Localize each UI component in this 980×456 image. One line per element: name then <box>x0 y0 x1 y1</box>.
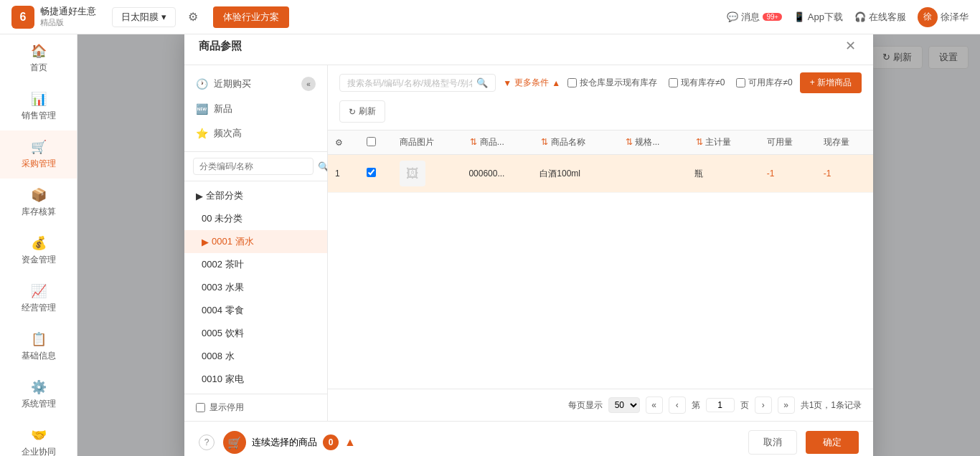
category-0010[interactable]: 0010 家电 <box>184 368 327 391</box>
category-0008[interactable]: 0008 水 <box>184 345 327 368</box>
row-stock: -1 <box>816 155 873 193</box>
cart-icon: 🛒 <box>223 431 246 454</box>
modal-backdrop: 商品参照 ✕ 🕐 近期购买 « <box>77 34 980 456</box>
col-available: 可用量 <box>760 130 816 155</box>
messages-nav-item[interactable]: 💬 消息 99+ <box>727 11 781 24</box>
store-selector[interactable]: 日太阳膜 ▾ <box>112 7 176 27</box>
logo-icon: 6 <box>11 6 34 29</box>
select-all-checkbox[interactable] <box>367 137 376 146</box>
collapse-arrow-icon[interactable]: ▲ <box>344 436 356 449</box>
total-info: 共1页，1条记录 <box>801 399 862 412</box>
stock-not-zero-checkbox[interactable] <box>669 78 678 87</box>
left-tab-new[interactable]: 🆕 新品 <box>184 97 327 121</box>
show-disabled-checkbox[interactable] <box>196 403 205 412</box>
sidebar-item-sales[interactable]: 📊 销售管理 <box>0 82 77 130</box>
message-icon: 💬 <box>727 11 738 22</box>
sidebar-item-purchase[interactable]: 🛒 采购管理 <box>0 130 77 179</box>
message-badge: 99+ <box>763 13 781 21</box>
page-input[interactable] <box>706 398 735 412</box>
sidebar-item-basic-info[interactable]: 📋 基础信息 <box>0 323 77 371</box>
col-image: 商品图片 <box>392 130 461 155</box>
modal-close-button[interactable]: ✕ <box>842 37 859 54</box>
show-disabled-label: 显示停用 <box>209 402 244 414</box>
help-icon[interactable]: ? <box>199 434 215 450</box>
category-0003[interactable]: 0003 水果 <box>184 276 327 299</box>
sidebar-item-system[interactable]: ⚙️ 系统管理 <box>0 371 77 419</box>
table-body: 1 🖼 000600... 白酒100ml <box>328 155 873 193</box>
add-product-button[interactable]: + 新增商品 <box>800 72 862 93</box>
modal-title: 商品参照 <box>199 39 242 53</box>
collapse-button[interactable]: « <box>301 77 316 91</box>
category-all[interactable]: ▶ 全部分类 <box>184 184 327 207</box>
product-table-wrapper: ⚙ 商品图片 <box>328 130 873 389</box>
col-settings: ⚙ <box>328 130 359 155</box>
sidebar-item-enterprise[interactable]: 🤝 企业协同 <box>0 419 77 456</box>
gear-icon[interactable]: ⚙ <box>182 6 204 29</box>
avatar: 徐 <box>918 7 938 27</box>
col-name[interactable]: ⇅ 商品名称 <box>532 130 617 155</box>
confirm-button[interactable]: 确定 <box>806 431 859 454</box>
col-spec[interactable]: ⇅ 规格... <box>617 130 687 155</box>
category-search-area: 🔍 <box>184 152 327 181</box>
page-first-button[interactable]: « <box>646 396 663 414</box>
page-prev-button[interactable]: ‹ <box>669 396 686 414</box>
category-0002-label: 0002 茶叶 <box>202 258 244 271</box>
category-search-input[interactable] <box>193 158 314 175</box>
sales-icon: 📊 <box>31 91 47 107</box>
sidebar-item-inventory[interactable]: 📦 库存核算 <box>0 179 77 227</box>
left-tab-frequent[interactable]: ⭐ 频次高 <box>184 121 327 146</box>
available-not-zero-checkbox[interactable] <box>736 78 745 87</box>
search-icon[interactable]: 🔍 <box>476 77 488 88</box>
category-0001[interactable]: ▶ 0001 酒水 <box>184 230 327 253</box>
page-next-button[interactable]: › <box>755 396 772 414</box>
chevron-up-icon: ▲ <box>552 78 560 88</box>
app-download-nav-item[interactable]: 📱 App下载 <box>793 11 843 24</box>
row-checkbox-cell <box>359 155 393 193</box>
cancel-button[interactable]: 取消 <box>748 430 797 455</box>
continuous-select-label: 连续选择的商品 <box>252 436 317 449</box>
chevron-down-icon: ▾ <box>161 11 166 22</box>
category-0003-label: 0003 水果 <box>202 281 244 294</box>
recent-icon: 🕐 <box>196 78 208 90</box>
logo-name: 畅捷通好生意 <box>40 6 96 17</box>
left-tab-recent[interactable]: 🕐 近期购买 « <box>184 71 327 97</box>
checkbox-stock[interactable]: 现有库存≠0 <box>669 77 725 89</box>
home-icon: 🏠 <box>31 43 47 59</box>
category-search-icon[interactable]: 🔍 <box>318 161 328 172</box>
category-00[interactable]: 00 未分类 <box>184 207 327 230</box>
search-input[interactable] <box>347 78 472 88</box>
sidebar-label-purchase: 采购管理 <box>22 158 56 170</box>
page-last-button[interactable]: » <box>778 396 795 414</box>
sidebar-label-system: 系统管理 <box>22 398 56 410</box>
page-unit: 页 <box>740 399 749 412</box>
category-0004[interactable]: 0004 零食 <box>184 299 327 322</box>
table-row[interactable]: 1 🖼 000600... 白酒100ml <box>328 155 873 193</box>
system-icon: ⚙️ <box>31 379 47 395</box>
per-page-label: 每页显示 <box>568 399 603 412</box>
basic-info-icon: 📋 <box>31 331 47 347</box>
sidebar-item-finance[interactable]: 💰 资金管理 <box>0 227 77 275</box>
col-code[interactable]: ⇅ 商品... <box>461 130 532 155</box>
category-0005[interactable]: 0005 饮料 <box>184 322 327 345</box>
user-nav-item[interactable]: 徐 徐泽华 <box>918 7 969 27</box>
sidebar-item-operation[interactable]: 📈 经营管理 <box>0 275 77 323</box>
experience-button[interactable]: 体验行业方案 <box>213 6 289 28</box>
checkbox-warehouse[interactable]: 按仓库显示现有库存 <box>567 77 657 89</box>
refresh-button[interactable]: ↻ 刷新 <box>339 100 385 123</box>
top-nav: 6 畅捷通好生意 精品版 日太阳膜 ▾ ⚙ 体验行业方案 💬 消息 99+ 📱 … <box>0 0 980 34</box>
warehouse-checkbox[interactable] <box>567 78 577 87</box>
main-layout: 🏠 首页 📊 销售管理 🛒 采购管理 📦 库存核算 💰 资金管理 📈 经营管理 … <box>0 34 980 456</box>
category-0002[interactable]: 0002 茶叶 <box>184 253 327 276</box>
table-settings-icon[interactable]: ⚙ <box>335 138 343 148</box>
row-checkbox[interactable] <box>367 168 376 177</box>
new-icon: 🆕 <box>196 103 208 115</box>
col-unit[interactable]: ⇅ 主计量 <box>687 130 760 155</box>
pagination: 每页显示 50 « ‹ 第 页 › » 共1页，1条记录 <box>328 389 873 421</box>
per-page-select[interactable]: 50 <box>608 397 640 413</box>
online-service-nav-item[interactable]: 🎧 在线客服 <box>854 11 906 24</box>
checkbox-available[interactable]: 可用库存≠0 <box>736 77 792 89</box>
sidebar-item-home[interactable]: 🏠 首页 <box>0 34 77 82</box>
sidebar-label-basic-info: 基础信息 <box>22 350 56 362</box>
logo-area: 6 畅捷通好生意 精品版 <box>11 6 98 29</box>
filter-button[interactable]: ▼ 更多条件 ▲ <box>503 77 560 89</box>
